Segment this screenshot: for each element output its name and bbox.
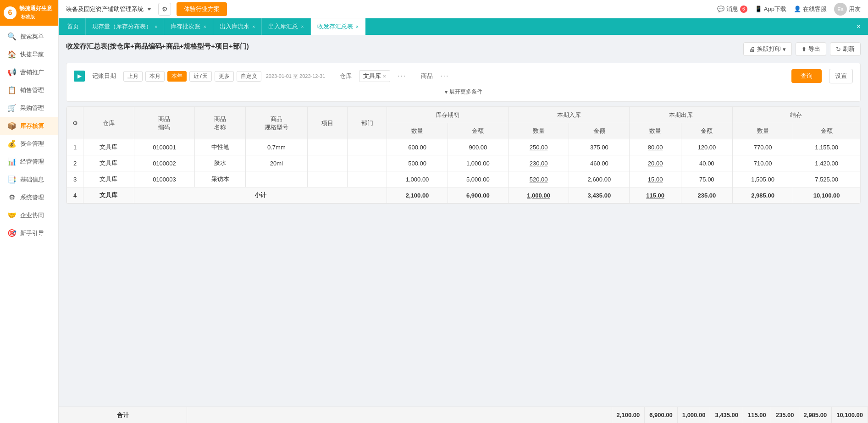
col-settings-header[interactable]: ⚙ — [67, 107, 83, 139]
settings-button[interactable]: ⚙ — [158, 3, 171, 16]
tab-summary-close[interactable]: × — [301, 24, 304, 29]
sidebar-item-sales[interactable]: 📋 销售管理 — [0, 81, 58, 99]
col-init-amt-header: 金额 — [448, 123, 508, 139]
trial-button[interactable]: 体验行业方案 — [177, 2, 227, 16]
tab-home[interactable]: 首页 — [61, 18, 86, 35]
content-header: 收发存汇总表(按仓库+商品编码+商品+规格型号+项目+部门) 🖨 换版打印 ▾ … — [66, 42, 861, 57]
logo-icon: 6 — [4, 6, 17, 19]
expand-button[interactable]: ▾ 展开更多条件 — [445, 88, 482, 96]
tab-summary-label: 出入库汇总 — [268, 22, 298, 31]
sidebar-item-enterprise-label: 企业协同 — [20, 211, 44, 220]
row2-name: 胶水 — [195, 155, 246, 171]
row1-dept — [347, 139, 387, 155]
row1-init-amt: 900.00 — [448, 139, 508, 155]
goods-dots[interactable]: ··· — [440, 72, 449, 80]
system-selector[interactable]: 装备及固定资产辅助管理系统 ▾ — [66, 5, 153, 13]
sidebar-item-search[interactable]: 🔍 搜索菜单 — [0, 27, 58, 45]
sidebar-item-quick[interactable]: 🏠 快捷导航 — [0, 45, 58, 63]
home-icon: 🏠 — [7, 50, 17, 59]
row1-in-amt: 375.00 — [569, 139, 630, 155]
row2-in-qty[interactable]: 230.00 — [508, 155, 569, 171]
row2-no: 2 — [67, 155, 83, 171]
user-avatar-button[interactable]: Ea 用友 — [834, 3, 861, 16]
sidebar-item-inventory[interactable]: 📦 库存核算 — [0, 117, 58, 135]
date-label: 记账日期 — [92, 72, 116, 80]
tab-home-label: 首页 — [67, 22, 79, 31]
tab-inventory-dist[interactable]: 现存量（库存分布表） × — [86, 18, 164, 35]
sidebar-item-operation[interactable]: 📊 经营管理 — [0, 153, 58, 170]
operation-icon: 📊 — [7, 157, 17, 166]
sidebar-item-system[interactable]: ⚙ 系统管理 — [0, 188, 58, 206]
tab-inventory-dist-close[interactable]: × — [155, 24, 157, 29]
subtotal-label: 小计 — [134, 187, 387, 203]
message-button[interactable]: 💬 消息 6 — [717, 5, 747, 13]
sidebar-tag: 标准版 — [19, 13, 37, 21]
subtotal-no: 4 — [67, 187, 83, 203]
tab-flow[interactable]: 出入库流水 × — [213, 18, 262, 35]
tab-batch[interactable]: 库存批次账 × — [164, 18, 213, 35]
sidebar-item-marketing[interactable]: 📢 营销推广 — [0, 63, 58, 81]
sidebar-item-purchase[interactable]: 🛒 采购管理 — [0, 99, 58, 117]
tab-batch-close[interactable]: × — [203, 24, 206, 29]
date-this-year[interactable]: 本年 — [167, 71, 187, 82]
row3-warehouse: 文具库 — [83, 171, 134, 187]
row3-out-qty[interactable]: 15.00 — [630, 171, 681, 187]
warehouse-remove-icon[interactable]: × — [383, 73, 386, 79]
tab-summary[interactable]: 出入库汇总 × — [262, 18, 310, 35]
col-name-header: 商品名称 — [195, 107, 246, 139]
basic-icon: 📑 — [7, 175, 17, 184]
column-settings-button[interactable]: 设置 — [829, 69, 853, 83]
row1-spec: 0.7mm — [245, 139, 307, 155]
sidebar-item-basic[interactable]: 📑 基础信息 — [0, 170, 58, 188]
date-last-month[interactable]: 上月 — [123, 71, 143, 82]
row1-in-qty[interactable]: 250.00 — [508, 139, 569, 155]
app-download-button[interactable]: 📱 App下载 — [755, 5, 786, 13]
row3-dept — [347, 171, 387, 187]
sidebar-item-finance[interactable]: 💰 资金管理 — [0, 135, 58, 153]
tab-receipt-summary-label: 收发存汇总表 — [317, 22, 353, 31]
footer-init-amt: 6,900.00 — [645, 407, 678, 423]
subtotal-out-qty[interactable]: 115.00 — [630, 187, 681, 203]
warehouse-label: 仓库 — [340, 72, 352, 80]
sidebar-item-basic-label: 基础信息 — [20, 176, 44, 184]
export-icon: ⬆ — [802, 46, 807, 53]
export-button[interactable]: ⬆ 导出 — [796, 42, 826, 56]
tabbar-close-all[interactable]: × — [851, 22, 866, 31]
filter-collapse-btn[interactable]: ▶ — [74, 71, 85, 82]
row3-in-qty[interactable]: 520.00 — [508, 171, 569, 187]
row2-out-qty[interactable]: 20.00 — [630, 155, 681, 171]
footer-in-amt: 3,435.00 — [710, 407, 743, 423]
row1-out-qty[interactable]: 80.00 — [630, 139, 681, 155]
col-init-qty-header: 数量 — [387, 123, 448, 139]
online-service-button[interactable]: 👤 在线客服 — [794, 5, 827, 13]
footer-label: 合计 — [117, 411, 129, 419]
sidebar-item-newbie[interactable]: 🎯 新手引导 — [0, 224, 58, 242]
purchase-icon: 🛒 — [7, 104, 17, 112]
query-button[interactable]: 查询 — [791, 69, 822, 83]
tab-flow-close[interactable]: × — [252, 24, 255, 29]
warehouse-selector[interactable]: 文具库 × — [359, 70, 390, 82]
footer-bal-amt: 10,100.00 — [832, 407, 868, 423]
system-name: 装备及固定资产辅助管理系统 — [66, 5, 144, 13]
date-more[interactable]: 更多 — [215, 71, 234, 82]
tab-receipt-summary-close[interactable]: × — [356, 24, 359, 29]
footer-init-qty: 2,100.00 — [612, 407, 645, 423]
refresh-button[interactable]: ↻ 刷新 — [830, 42, 861, 56]
row2-bal-amt: 1,420.00 — [793, 155, 860, 171]
sidebar-item-enterprise[interactable]: 🤝 企业协同 — [0, 206, 58, 224]
filter-panel: ▶ 记账日期 上月 本月 本年 近7天 更多 自定义 2023-01-01 至 … — [66, 63, 861, 102]
date-this-month[interactable]: 本月 — [145, 71, 165, 82]
row3-out-amt: 75.00 — [681, 171, 732, 187]
col-in-amt-header: 金额 — [569, 123, 630, 139]
row3-in-amt: 2,600.00 — [569, 171, 630, 187]
date-7days[interactable]: 近7天 — [189, 71, 212, 82]
tab-receipt-summary[interactable]: 收发存汇总表 × — [311, 18, 365, 35]
print-button[interactable]: 🖨 换版打印 ▾ — [743, 42, 792, 56]
footer-in-qty: 1,000.00 — [678, 407, 711, 423]
tab-batch-label: 库存批次账 — [171, 22, 200, 31]
system-icon: ⚙ — [7, 193, 17, 202]
date-custom[interactable]: 自定义 — [237, 71, 261, 82]
subtotal-in-qty[interactable]: 1,000.00 — [508, 187, 569, 203]
row1-bal-qty: 770.00 — [732, 139, 793, 155]
warehouse-dots[interactable]: ··· — [398, 72, 406, 80]
